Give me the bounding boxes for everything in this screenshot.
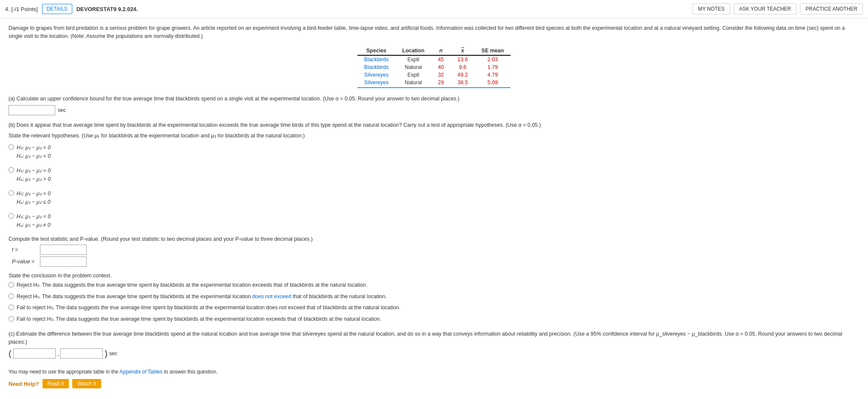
hypothesis-label-2: H₀: μ₁ − μ₂ = 0 Hₐ: μ₁ − μ₂ > 0 bbox=[17, 166, 51, 183]
table-cell-n: 29 bbox=[431, 79, 451, 88]
table-row: Silvereyes bbox=[357, 71, 396, 79]
hypothesis-label-1: H₀: μ₁ − μ₂ = 0 Hₐ: μ₁ − μ₂ < 0 bbox=[17, 143, 51, 160]
conclusion-option-4: Fail to reject H₀. The data suggests the… bbox=[9, 315, 859, 323]
table-cell-se: 5.09 bbox=[475, 79, 511, 88]
details-button[interactable]: DETAILS bbox=[42, 4, 72, 14]
table-row: Blackbirds bbox=[357, 63, 396, 71]
col-semean: SE mean bbox=[475, 46, 511, 55]
table-cell-se: 4.79 bbox=[475, 71, 511, 79]
watch-it-button[interactable]: Watch It bbox=[72, 379, 101, 388]
col-xbar: x bbox=[451, 46, 474, 55]
compute-label: Compute the test statistic and P-value. … bbox=[9, 236, 859, 242]
need-help-label: Need Help? bbox=[9, 381, 39, 387]
question-title: DEVORESTAT9 9.2.024. bbox=[77, 6, 689, 12]
appendix-link[interactable]: Appendix of Tables bbox=[119, 369, 162, 375]
table-cell-location: Exptl bbox=[395, 55, 431, 63]
conclusion-label-1: Reject H₀. The data suggests the true av… bbox=[17, 281, 367, 289]
hypothesis-option-4: H₀: μ₁ − μ₂ = 0 Hₐ: μ₁ − μ₂ ≠ 0 bbox=[9, 212, 859, 229]
hypothesis-option-3: H₀: μ₁ − μ₂ = 0 Hₐ: μ₁ − μ₂ ≤ 0 bbox=[9, 189, 859, 206]
part-c-label: (c) Estimate the difference between the … bbox=[9, 330, 859, 346]
conclusion-radio-1[interactable] bbox=[9, 282, 14, 288]
conclusion-section: State the conclusion in the problem cont… bbox=[9, 273, 859, 323]
hypothesis-radio-4[interactable] bbox=[9, 213, 14, 219]
main-content: Damage to grapes from bird predation is … bbox=[0, 18, 868, 394]
table-cell-se: 2.03 bbox=[475, 55, 511, 63]
t-input[interactable] bbox=[40, 245, 87, 255]
question-number: 4. [-/1 Points] bbox=[5, 6, 38, 12]
hypothesis-radio-group: H₀: μ₁ − μ₂ = 0 Hₐ: μ₁ − μ₂ < 0 H₀: μ₁ −… bbox=[9, 143, 859, 229]
conclusion-label-4: Fail to reject H₀. The data suggests the… bbox=[17, 315, 381, 323]
data-table: Species Location n x SE mean Blackbirds … bbox=[357, 46, 511, 88]
part-b-state-label: State the relevant hypotheses. (Use μ₁ f… bbox=[9, 132, 859, 140]
conclusion-label-2: Reject H₀. The data suggests the true av… bbox=[17, 293, 387, 301]
part-c-input-right[interactable] bbox=[60, 348, 103, 359]
read-it-button[interactable]: Read It bbox=[43, 379, 69, 388]
practice-another-button[interactable]: PRACTICE ANOTHER bbox=[800, 3, 863, 14]
compute-inputs: t = P-value = bbox=[12, 245, 859, 267]
need-help-section: Need Help? Read It Watch It bbox=[9, 379, 859, 388]
table-cell-location: Exptl bbox=[395, 71, 431, 79]
top-bar: 4. [-/1 Points] DETAILS DEVORESTAT9 9.2.… bbox=[0, 0, 868, 18]
table-cell-n: 32 bbox=[431, 71, 451, 79]
part-b-label: (b) Does it appear that true average tim… bbox=[9, 121, 859, 129]
hypothesis-radio-1[interactable] bbox=[9, 144, 14, 150]
conclusion-option-1: Reject H₀. The data suggests the true av… bbox=[9, 281, 859, 289]
part-c-unit: sec bbox=[109, 351, 117, 356]
hypothesis-label-4: H₀: μ₁ − μ₂ = 0 Hₐ: μ₁ − μ₂ ≠ 0 bbox=[17, 212, 51, 229]
col-location: Location bbox=[395, 46, 431, 55]
compute-section: Compute the test statistic and P-value. … bbox=[9, 236, 859, 267]
footer: You may need to use the appropriate tabl… bbox=[9, 369, 859, 388]
part-a-input-row: sec bbox=[9, 105, 859, 115]
table-cell-se: 1.79 bbox=[475, 63, 511, 71]
table-cell-n: 45 bbox=[431, 55, 451, 63]
hypothesis-option-2: H₀: μ₁ − μ₂ = 0 Hₐ: μ₁ − μ₂ > 0 bbox=[9, 166, 859, 183]
conclusion-radio-2[interactable] bbox=[9, 294, 14, 299]
conclusion-radio-4[interactable] bbox=[9, 316, 14, 322]
t-label: t = bbox=[12, 247, 37, 253]
conclusion-label-3: Fail to reject H₀. The data suggests the… bbox=[17, 304, 400, 312]
conclusion-radio-group: Reject H₀. The data suggests the true av… bbox=[9, 281, 859, 323]
appendix-note: You may need to use the appropriate tabl… bbox=[9, 369, 859, 375]
part-c-input-row: ( , ) sec bbox=[9, 348, 859, 359]
part-c: (c) Estimate the difference between the … bbox=[9, 330, 859, 359]
col-species: Species bbox=[357, 46, 396, 55]
hypothesis-radio-3[interactable] bbox=[9, 190, 14, 196]
conclusion-option-2: Reject H₀. The data suggests the true av… bbox=[9, 293, 859, 301]
col-n: n bbox=[431, 46, 451, 55]
table-cell-xbar: 49.2 bbox=[451, 71, 474, 79]
part-a-unit: sec bbox=[58, 107, 66, 113]
top-right-buttons: MY NOTES ASK YOUR TEACHER PRACTICE ANOTH… bbox=[692, 3, 863, 14]
t-input-row: t = bbox=[12, 245, 859, 255]
table-cell-location: Natural bbox=[395, 79, 431, 88]
intro-text: Damage to grapes from bird predation is … bbox=[9, 24, 859, 40]
ask-teacher-button[interactable]: ASK YOUR TEACHER bbox=[734, 3, 797, 14]
table-cell-n: 40 bbox=[431, 63, 451, 71]
hypothesis-label-3: H₀: μ₁ − μ₂ = 0 Hₐ: μ₁ − μ₂ ≤ 0 bbox=[17, 189, 51, 206]
comma: , bbox=[57, 351, 59, 357]
table-row: Blackbirds bbox=[357, 55, 396, 63]
part-a-input[interactable] bbox=[9, 105, 55, 115]
pvalue-input[interactable] bbox=[40, 256, 87, 267]
hypothesis-radio-2[interactable] bbox=[9, 167, 14, 173]
table-cell-xbar: 9.6 bbox=[451, 63, 474, 71]
left-bracket: ( bbox=[9, 349, 11, 358]
conclusion-radio-3[interactable] bbox=[9, 305, 14, 310]
table-row: Silvereyes bbox=[357, 79, 396, 88]
table-cell-xbar: 13.6 bbox=[451, 55, 474, 63]
table-cell-xbar: 38.5 bbox=[451, 79, 474, 88]
conclusion-option-3: Fail to reject H₀. The data suggests the… bbox=[9, 304, 859, 312]
right-bracket: ) bbox=[105, 349, 108, 358]
table-cell-location: Natural bbox=[395, 63, 431, 71]
pvalue-input-row: P-value = bbox=[12, 256, 859, 267]
hypothesis-option-1: H₀: μ₁ − μ₂ = 0 Hₐ: μ₁ − μ₂ < 0 bbox=[9, 143, 859, 160]
part-a-label: (a) Calculate an upper confidence bound … bbox=[9, 95, 859, 103]
conclusion-label: State the conclusion in the problem cont… bbox=[9, 273, 859, 279]
my-notes-button[interactable]: MY NOTES bbox=[692, 3, 730, 14]
part-c-input-left[interactable] bbox=[13, 348, 56, 359]
pvalue-label: P-value = bbox=[12, 259, 37, 265]
